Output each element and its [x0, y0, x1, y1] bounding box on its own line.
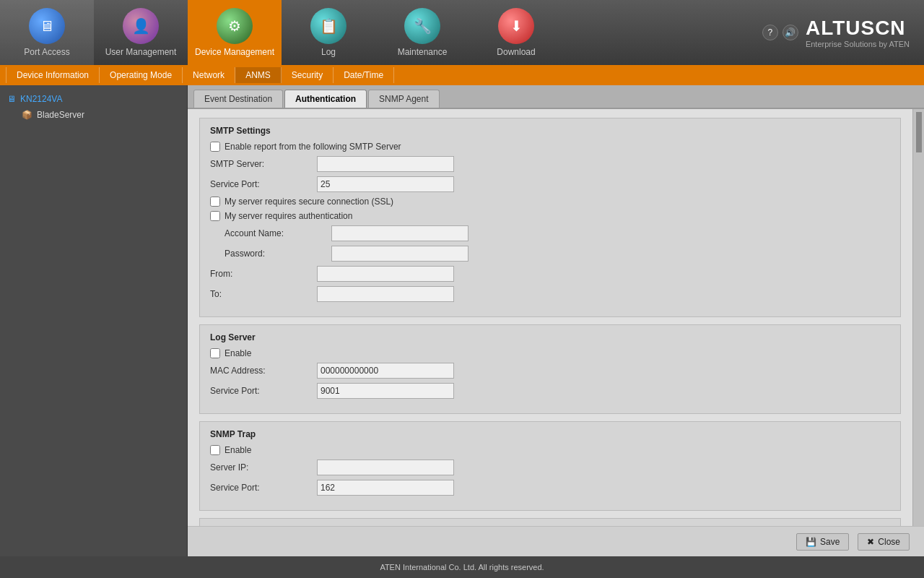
top-navigation: 🖥 Port Access 👤 User Management ⚙ Device… [0, 0, 924, 65]
tab-authentication[interactable]: Authentication [284, 90, 367, 108]
log-enable-label: Enable [225, 348, 251, 358]
snmp-trap-title: SNMP Trap [210, 429, 890, 439]
smtp-enable-label: Enable report from the following SMTP Se… [225, 142, 401, 152]
download-icon: ⬇ [498, 8, 534, 44]
secnav-operating-mode[interactable]: Operating Mode [100, 67, 183, 83]
ssl-row: My server requires secure connection (SS… [210, 197, 890, 207]
log-service-port-label: Service Port: [210, 386, 311, 396]
sidebar-item-kn2124va[interactable]: 🖥 KN2124VA [0, 91, 187, 107]
snmp-trap-section: SNMP Trap Enable Server IP: Service Port… [199, 421, 901, 511]
snmp-server-ip-input[interactable] [317, 460, 454, 475]
logo-text: ALTUSCN [806, 17, 910, 40]
smtp-settings-title: SMTP Settings [210, 126, 890, 136]
close-icon: ✖ [867, 537, 874, 547]
password-label: Password: [225, 249, 326, 259]
port-access-icon: 🖥 [29, 8, 65, 44]
log-service-port-row: Service Port: [210, 383, 890, 399]
smtp-server-label: SMTP Server: [210, 159, 311, 169]
sound-icon-btn[interactable]: 🔊 [783, 25, 798, 40]
save-icon: 💾 [806, 537, 816, 547]
user-management-label: User Management [105, 47, 177, 57]
syslog-server-section: Syslog Server Enable Server IP: [199, 518, 901, 526]
scrollbar[interactable] [912, 109, 924, 526]
content-panel: Event Destination Authentication SNMP Ag… [188, 85, 924, 556]
password-row: Password: [210, 246, 890, 262]
main-area: 🖥 KN2124VA 📦 BladeServer Event Destinati… [0, 85, 924, 556]
logo-area: ? 🔊 ALTUSCN Enterprise Solutions by ATEN [762, 0, 924, 65]
log-server-title: Log Server [210, 332, 890, 342]
from-input[interactable] [317, 266, 454, 282]
mac-address-row: MAC Address: [210, 363, 890, 379]
account-name-label: Account Name: [225, 228, 326, 238]
save-button[interactable]: 💾 Save [796, 533, 849, 551]
to-row: To: [210, 286, 890, 302]
action-bar: 💾 Save ✖ Close [188, 526, 924, 556]
maintenance-icon: 🔧 [404, 8, 440, 44]
sidebar-kn2124va-label: KN2124VA [20, 94, 62, 104]
form-scroll[interactable]: SMTP Settings Enable report from the fol… [188, 109, 912, 526]
download-label: Download [497, 47, 535, 57]
help-icon-btn[interactable]: ? [762, 25, 778, 40]
nav-log[interactable]: 📋 Log [282, 0, 375, 65]
logo-sub: Enterprise Solutions by ATEN [806, 40, 910, 48]
log-enable-checkbox[interactable] [210, 348, 220, 358]
smtp-server-input[interactable] [317, 156, 454, 172]
snmp-enable-row: Enable [210, 445, 890, 455]
snmp-enable-label: Enable [225, 445, 251, 455]
footer-text: ATEN International Co. Ltd. All rights r… [380, 563, 544, 571]
secnav-network[interactable]: Network [183, 67, 235, 83]
device-management-icon: ⚙ [217, 8, 253, 44]
from-row: From: [210, 266, 890, 282]
auth-checkbox[interactable] [210, 211, 220, 221]
log-service-port-input[interactable] [317, 383, 454, 399]
password-input[interactable] [331, 246, 468, 262]
secnav-anms[interactable]: ANMS [235, 67, 282, 83]
device-management-label: Device Management [195, 47, 274, 57]
server-icon: 📦 [22, 110, 32, 120]
nav-user-management[interactable]: 👤 User Management [94, 0, 188, 65]
smtp-enable-row: Enable report from the following SMTP Se… [210, 142, 890, 152]
log-server-enable-row: Enable [210, 348, 890, 358]
sidebar-bladeserver-label: BladeServer [37, 110, 84, 120]
from-label: From: [210, 269, 311, 279]
tab-event-destination[interactable]: Event Destination [193, 90, 283, 108]
form-area: SMTP Settings Enable report from the fol… [188, 109, 924, 526]
close-label: Close [878, 537, 900, 547]
tab-bar: Event Destination Authentication SNMP Ag… [188, 85, 924, 109]
service-port-row: Service Port: [210, 176, 890, 192]
to-label: To: [210, 289, 311, 299]
to-input[interactable] [317, 286, 454, 302]
sidebar: 🖥 KN2124VA 📦 BladeServer [0, 85, 188, 556]
secnav-datetime[interactable]: Date/Time [334, 67, 394, 83]
sidebar-item-bladeserver[interactable]: 📦 BladeServer [0, 107, 187, 123]
mac-address-input[interactable] [317, 363, 454, 379]
snmp-service-port-row: Service Port: [210, 480, 890, 496]
user-management-icon: 👤 [123, 8, 159, 44]
account-name-input[interactable] [331, 225, 468, 241]
ssl-label: My server requires secure connection (SS… [225, 197, 393, 207]
snmp-service-port-input[interactable] [317, 480, 454, 496]
snmp-server-ip-label: Server IP: [210, 462, 311, 473]
secnav-device-info[interactable]: Device Information [6, 67, 100, 83]
auth-row: My server requires authentication [210, 211, 890, 221]
maintenance-label: Maintenance [398, 47, 448, 57]
monitor-icon: 🖥 [7, 94, 16, 104]
log-icon: 📋 [310, 8, 346, 44]
close-button[interactable]: ✖ Close [858, 533, 910, 551]
nav-device-management[interactable]: ⚙ Device Management [188, 0, 282, 65]
auth-label: My server requires authentication [225, 211, 352, 221]
nav-port-access[interactable]: 🖥 Port Access [0, 0, 94, 65]
secnav-security[interactable]: Security [282, 67, 334, 83]
smtp-settings-section: SMTP Settings Enable report from the fol… [199, 118, 901, 317]
secondary-navigation: Device Information Operating Mode Networ… [0, 65, 924, 85]
log-label: Log [321, 47, 336, 57]
service-port-input[interactable] [317, 176, 454, 192]
mac-address-label: MAC Address: [210, 366, 311, 376]
ssl-checkbox[interactable] [210, 197, 220, 207]
nav-download[interactable]: ⬇ Download [469, 0, 563, 65]
smtp-enable-checkbox[interactable] [210, 142, 220, 152]
port-access-label: Port Access [24, 47, 69, 57]
nav-maintenance[interactable]: 🔧 Maintenance [375, 0, 469, 65]
tab-snmp-agent[interactable]: SNMP Agent [368, 90, 439, 108]
snmp-enable-checkbox[interactable] [210, 445, 220, 455]
